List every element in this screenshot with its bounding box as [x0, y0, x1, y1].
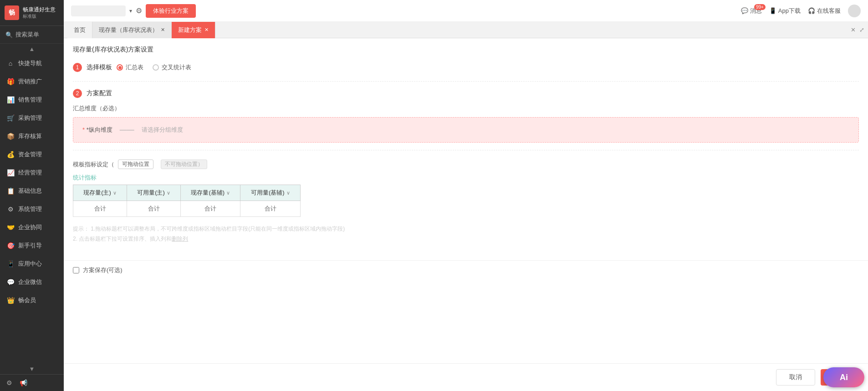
close-all-icon[interactable]: ✕: [851, 26, 856, 33]
sidebar-item-marketing[interactable]: 🎁 营销推广: [0, 72, 64, 91]
step2-badge: 2: [73, 89, 82, 98]
hint-title: 提示：: [73, 226, 89, 232]
hint-line-2: 2. 点击标题栏下拉可设置排序、插入列和删除列: [73, 234, 859, 244]
online-service-label: 在线客服: [817, 7, 841, 15]
col-sub-0: 合计: [73, 201, 127, 217]
quick-nav-icon: ⌂: [6, 59, 15, 67]
tab-home-label: 首页: [74, 26, 86, 34]
tab-new-scheme[interactable]: 新建方案 ✕: [172, 22, 215, 38]
sales-icon: 📊: [6, 96, 15, 104]
sidebar-item-label: 营销推广: [18, 77, 42, 86]
col-chevron-1: ∨: [167, 190, 170, 196]
hint-text-2: 2. 点击标题栏下拉可设置排序、插入列和删除列: [73, 236, 188, 242]
speaker-icon[interactable]: 📢: [20, 379, 27, 386]
radio-summary-circle: [117, 64, 123, 71]
tab-home[interactable]: 首页: [67, 22, 92, 38]
scroll-down-arrow[interactable]: ▼: [0, 364, 64, 374]
search-menu-item[interactable]: 🔍 搜索菜单: [0, 26, 64, 44]
stats-table: 现存量(主) ∨ 可用量(主) ∨: [73, 185, 301, 217]
topbar: ▾ ⚙ 体验行业方案 💬 消息 99+ 📱 App下载 🎧 在线客服: [64, 0, 868, 22]
topbar-search-input[interactable]: [71, 5, 126, 16]
marketing-icon: 🎁: [6, 77, 15, 86]
sidebar-item-new-guide[interactable]: 🎯 新手引导: [0, 237, 64, 255]
ai-fab-button[interactable]: Ai: [823, 367, 864, 387]
col-header-3[interactable]: 可用量(基辅) ∨: [240, 185, 301, 201]
messages-badge[interactable]: 💬 消息 99+: [741, 7, 762, 15]
cancel-button[interactable]: 取消: [776, 369, 815, 386]
sidebar-item-label: 新手引导: [18, 242, 42, 250]
dimension-placeholder: 请选择分组维度: [142, 126, 183, 134]
topbar-dropdown-button[interactable]: ▾: [129, 8, 132, 14]
radio-summary-label: 汇总表: [126, 63, 143, 72]
dimension-label-text: 汇总维度（必选）: [73, 105, 120, 112]
col-header-1[interactable]: 可用量(主) ∨: [127, 185, 181, 201]
sidebar-item-operations[interactable]: 📈 经营管理: [0, 164, 64, 182]
expand-icon[interactable]: ⤢: [859, 26, 864, 33]
step1-badge: 1: [73, 63, 82, 72]
tab-new-scheme-close-icon[interactable]: ✕: [204, 27, 209, 33]
sidebar-item-purchase[interactable]: 🛒 采购管理: [0, 109, 64, 127]
app-edition: 标准版: [23, 13, 56, 20]
sidebar-item-membership[interactable]: 👑 畅会员: [0, 291, 64, 309]
radio-summary[interactable]: 汇总表: [117, 63, 143, 72]
radio-cross-circle: [153, 64, 159, 71]
sidebar-item-label: 采购管理: [18, 114, 42, 122]
sidebar-nav: ⌂ 快捷导航 🎁 营销推广 📊 销售管理 🛒 采购管理 📦 库存核算 💰 资金管…: [0, 54, 64, 364]
sidebar: 畅 畅康通好生意 标准版 🔍 搜索菜单 ▲ ⌂ 快捷导航 🎁 营销推广 📊 销售…: [0, 0, 64, 391]
sidebar-item-enterprise[interactable]: 🤝 企业协同: [0, 218, 64, 237]
sidebar-item-app-center[interactable]: 📱 应用中心: [0, 255, 64, 273]
basic-info-icon: 📋: [6, 187, 15, 195]
settings-icon[interactable]: ⚙: [6, 379, 12, 386]
tab-inventory-label: 现存量（库存状况表）: [99, 26, 158, 34]
radio-cross[interactable]: 交叉统计表: [153, 63, 191, 72]
tabbar: 首页 现存量（库存状况表） ✕ 新建方案 ✕ ✕ ⤢: [64, 22, 868, 38]
dimension-pink-area[interactable]: * *纵向维度 —— 请选择分组维度: [73, 117, 859, 143]
sidebar-item-sales[interactable]: 📊 销售管理: [0, 91, 64, 109]
operations-icon: 📈: [6, 169, 15, 177]
col-header-2[interactable]: 现存量(基辅) ∨: [181, 185, 240, 201]
col-header-0[interactable]: 现存量(主) ∨: [73, 185, 127, 201]
step2-title: 方案配置: [87, 89, 112, 98]
divider1: [73, 81, 859, 82]
sidebar-item-label: 系统管理: [18, 205, 42, 213]
template-radio-group: 汇总表 交叉统计表: [117, 63, 191, 72]
app-download-link[interactable]: 📱 App下载: [769, 7, 801, 15]
save-label: 方案保存(可选): [83, 266, 123, 274]
sidebar-item-label: 快捷导航: [18, 59, 42, 67]
inventory-icon: 📦: [6, 132, 15, 140]
purchase-icon: 🛒: [6, 114, 15, 122]
step1-header: 1 选择模板 汇总表 交叉统计表: [73, 63, 859, 72]
search-icon: 🔍: [5, 31, 13, 38]
col-label-2: 现存量(基辅): [191, 189, 225, 197]
tab-new-scheme-label: 新建方案: [178, 26, 202, 34]
enterprise-wechat-icon: 💬: [6, 278, 15, 286]
step1-title: 选择模板: [87, 63, 112, 72]
sidebar-item-enterprise-wechat[interactable]: 💬 企业微信: [0, 273, 64, 291]
online-service-link[interactable]: 🎧 在线客服: [808, 7, 841, 15]
sidebar-item-basic-info[interactable]: 📋 基础信息: [0, 182, 64, 200]
step2-section: 2 方案配置 汇总维度（必选） * *纵向维度 —— 请选择分组维度: [73, 89, 859, 244]
sidebar-item-system[interactable]: ⚙ 系统管理: [0, 200, 64, 218]
indicator-settings: 模板指标设定（ 可拖动位置 不可拖动位置） 统计指标: [73, 159, 859, 217]
dimension-arrow: ——: [120, 126, 134, 134]
save-option: 方案保存(可选): [64, 260, 868, 280]
try-industry-btn[interactable]: 体验行业方案: [146, 4, 196, 18]
scroll-up-arrow[interactable]: ▲: [0, 44, 64, 54]
save-checkbox[interactable]: [73, 267, 79, 273]
step1-section: 1 选择模板 汇总表 交叉统计表: [73, 63, 859, 72]
sidebar-item-label: 畅会员: [18, 296, 36, 304]
topbar-right: 💬 消息 99+ 📱 App下载 🎧 在线客服: [741, 5, 861, 17]
sidebar-item-label: 应用中心: [18, 260, 42, 268]
sidebar-item-finance[interactable]: 💰 资金管理: [0, 145, 64, 164]
tab-inventory-close-icon[interactable]: ✕: [161, 27, 165, 33]
topbar-gear-icon[interactable]: ⚙: [136, 6, 142, 15]
sidebar-item-quick-nav[interactable]: ⌂ 快捷导航: [0, 54, 64, 72]
tab-inventory-status[interactable]: 现存量（库存状况表） ✕: [92, 22, 172, 38]
enterprise-icon: 🤝: [6, 223, 15, 232]
user-avatar[interactable]: [848, 5, 861, 17]
dimension-label: 汇总维度（必选）: [73, 104, 859, 113]
sidebar-item-label: 库存核算: [18, 132, 42, 140]
sidebar-item-inventory[interactable]: 📦 库存核算: [0, 127, 64, 145]
stats-table-data-row: 合计 合计 合计 合计: [73, 201, 301, 217]
undraggable-badge: 不可拖动位置）: [161, 159, 207, 169]
